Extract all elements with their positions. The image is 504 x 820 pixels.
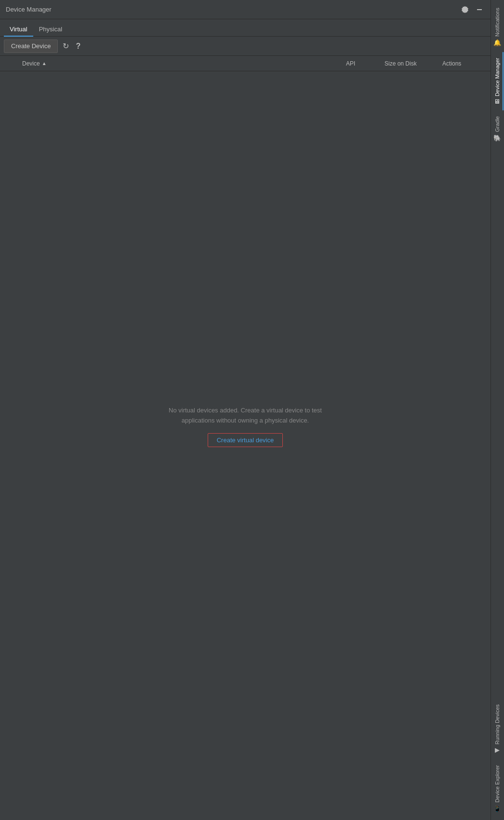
tab-physical[interactable]: Physical — [33, 23, 68, 37]
app-title: Device Manager — [6, 6, 52, 13]
sidebar-item-running-devices[interactable]: ▶ Running Devices — [491, 699, 504, 759]
sidebar-item-notifications[interactable]: 🔔 Notifications — [491, 2, 504, 52]
sidebar-item-device-manager[interactable]: 🖥 Device Manager — [491, 52, 504, 110]
column-header-device[interactable]: Device ▲ — [18, 60, 342, 67]
right-sidebar: 🔔 Notifications 🖥 Device Manager 🐘 Gradl… — [491, 0, 504, 820]
column-header-size[interactable]: Size on Disk — [381, 60, 438, 67]
settings-button[interactable] — [460, 5, 470, 14]
minimize-button[interactable] — [474, 5, 485, 14]
svg-rect-0 — [477, 9, 482, 10]
table-header: Device ▲ API Size on Disk Actions — [0, 56, 491, 71]
device-manager-icon: 🖥 — [493, 98, 501, 105]
empty-state-text: No virtual devices added. Create a virtu… — [169, 406, 322, 426]
gradle-icon: 🐘 — [493, 134, 501, 142]
tab-virtual[interactable]: Virtual — [4, 23, 33, 37]
tabs-bar: Virtual Physical — [0, 19, 491, 37]
toolbar: Create Device ↻ ? — [0, 37, 491, 56]
column-header-actions: Actions — [438, 60, 487, 67]
help-icon: ? — [76, 42, 80, 51]
sidebar-item-device-explorer[interactable]: 📱 Device Explorer — [491, 759, 504, 818]
refresh-button[interactable]: ↻ — [61, 40, 71, 52]
empty-state: No virtual devices added. Create a virtu… — [169, 406, 322, 448]
column-header-api[interactable]: API — [342, 60, 381, 67]
table-body: No virtual devices added. Create a virtu… — [0, 71, 491, 820]
running-devices-icon: ▶ — [493, 746, 501, 754]
bell-icon: 🔔 — [493, 39, 501, 46]
title-bar: Device Manager — [0, 0, 491, 19]
create-device-button[interactable]: Create Device — [4, 40, 58, 53]
sort-arrow-icon: ▲ — [42, 61, 47, 66]
minus-icon — [476, 6, 483, 13]
gear-icon — [462, 6, 468, 13]
refresh-icon: ↻ — [63, 41, 69, 51]
create-virtual-device-button[interactable]: Create virtual device — [208, 433, 283, 447]
sidebar-item-gradle[interactable]: 🐘 Gradle — [491, 110, 504, 147]
help-button[interactable]: ? — [74, 41, 82, 52]
device-explorer-icon: 📱 — [493, 805, 501, 812]
